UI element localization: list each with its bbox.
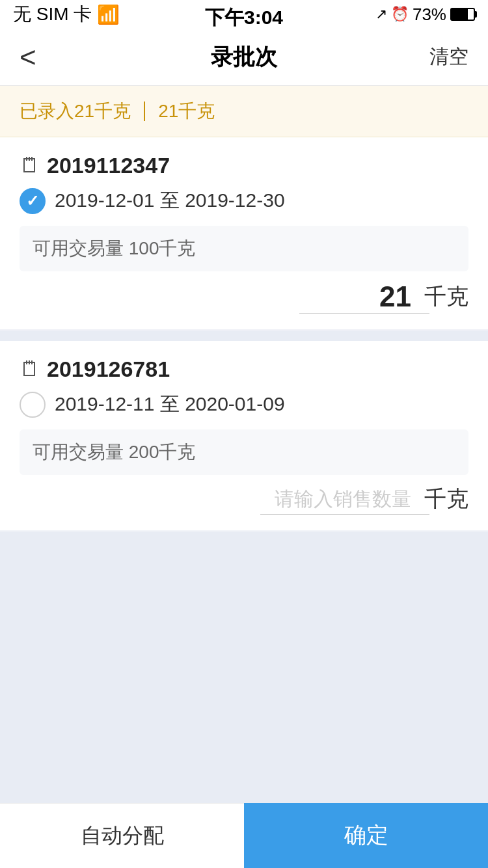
available-row-2: 可用交易量 200千克 — [20, 429, 468, 475]
batch-date-row-1: 2019-12-01 至 2019-12-30 — [20, 187, 468, 214]
batch-card-2: 🗒 2019126781 2019-12-11 至 2020-01-09 可用交… — [0, 341, 488, 530]
qty-top-1: 21 千克 — [20, 280, 468, 313]
section-divider — [0, 331, 488, 341]
qty-top-2: 请输入销售数量 千克 — [20, 484, 468, 514]
bottom-bar: 自动分配 确定 — [0, 803, 488, 868]
batch-date-1: 2019-12-01 至 2019-12-30 — [55, 187, 285, 214]
battery-text: 73% — [413, 5, 446, 25]
battery-icon — [450, 8, 475, 21]
qty-underline-1 — [299, 313, 429, 314]
doc-icon-2: 🗒 — [20, 357, 40, 381]
qty-container-1: 21 千克 — [0, 271, 488, 329]
status-time: 下午3:04 — [205, 5, 283, 31]
radio-btn-2[interactable] — [20, 392, 46, 418]
qty-container-2: 请输入销售数量 千克 — [0, 475, 488, 530]
batch-card-1: 🗒 2019112347 2019-12-01 至 2019-12-30 可用交… — [0, 137, 488, 329]
available-text-2: 可用交易量 200千克 — [33, 442, 196, 462]
qty-underline-2 — [260, 514, 429, 515]
clear-button[interactable]: 清空 — [429, 44, 468, 70]
qty-value-1: 21 — [379, 280, 411, 313]
batch-header-1: 🗒 2019112347 — [20, 153, 468, 178]
auto-distribute-button[interactable]: 自动分配 — [0, 803, 244, 868]
doc-icon-1: 🗒 — [20, 154, 40, 178]
recorded-label: 已录入21千克 — [20, 99, 131, 124]
confirm-button[interactable]: 确定 — [244, 803, 488, 868]
alarm-icon: ⏰ — [391, 6, 409, 23]
wifi-icon: 📶 — [97, 4, 120, 25]
banner-divider — [144, 102, 145, 121]
nav-bar: < 录批次 清空 — [0, 29, 488, 86]
back-button[interactable]: < — [20, 41, 36, 74]
info-banner: 已录入21千克 21千克 — [0, 86, 488, 137]
batch-date-row-2: 2019-12-11 至 2020-01-09 — [20, 391, 468, 418]
status-bar: 无 SIM 卡 📶 下午3:04 ↗ ⏰ 73% — [0, 0, 488, 29]
status-right: ↗ ⏰ 73% — [375, 5, 475, 25]
recorded-value: 21千克 — [158, 99, 215, 124]
available-text-1: 可用交易量 100千克 — [33, 238, 196, 258]
qty-placeholder-2: 请输入销售数量 — [275, 486, 411, 513]
qty-unit-2: 千克 — [424, 484, 468, 514]
batch-id-1: 2019112347 — [47, 153, 170, 178]
page-title: 录批次 — [211, 42, 277, 72]
carrier-text: 无 SIM 卡 — [13, 2, 92, 27]
available-row-1: 可用交易量 100千克 — [20, 226, 468, 271]
batch-id-2: 2019126781 — [47, 357, 170, 382]
qty-unit-1: 千克 — [424, 282, 468, 312]
location-icon: ↗ — [375, 6, 387, 23]
empty-space — [0, 532, 488, 818]
radio-btn-1[interactable] — [20, 188, 46, 214]
batch-date-2: 2019-12-11 至 2020-01-09 — [55, 391, 285, 418]
main-content: 🗒 2019112347 2019-12-01 至 2019-12-30 可用交… — [0, 137, 488, 868]
batch-header-2: 🗒 2019126781 — [20, 357, 468, 382]
status-carrier: 无 SIM 卡 📶 — [13, 2, 120, 27]
